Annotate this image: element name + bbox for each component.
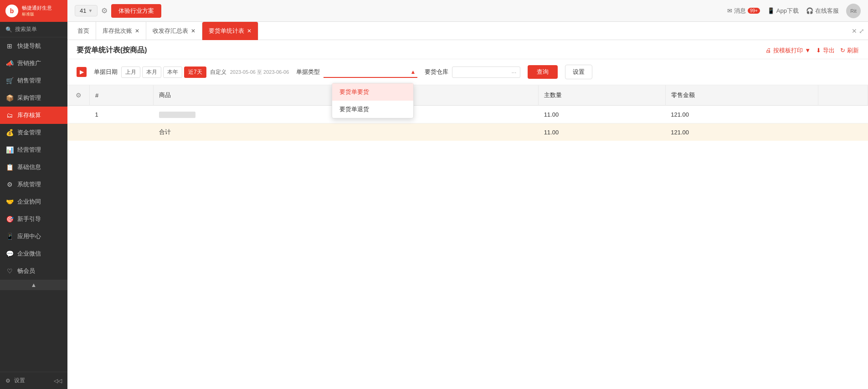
date-custom-btn[interactable]: 自定义 <box>210 68 226 76</box>
user-avatar[interactable]: Rit <box>846 4 861 18</box>
total-amount: 121.00 <box>665 123 818 141</box>
total-row: 合计 11.00 121.00 <box>67 123 868 141</box>
sidebar-item-sales[interactable]: 🛒 销售管理 <box>0 72 67 89</box>
print-btn[interactable]: 🖨 按模板打印 ▼ <box>765 46 811 55</box>
refresh-label: 刷新 <box>847 46 859 55</box>
sidebar-item-purchase[interactable]: 📦 采购管理 <box>0 89 67 107</box>
sidebar-item-wechat[interactable]: 💬 企业微信 <box>0 245 67 262</box>
tabbar: 首页 库存批次账 ✕ 收发存汇总表 ✕ 要货单统计表 ✕ ✕ ⤢ <box>67 22 868 40</box>
tab-batch-ledger-label: 库存批次账 <box>103 27 132 35</box>
warehouse-more-icon[interactable]: ··· <box>512 69 517 76</box>
tab-collection-summary[interactable]: 收发存汇总表 ✕ <box>146 22 202 40</box>
tab-home[interactable]: 首页 <box>71 22 96 40</box>
row-product <box>154 106 360 123</box>
dropdown-item-requisition-order[interactable]: 要货单要货 <box>332 83 413 101</box>
sidebar-item-finance[interactable]: 💰 资金管理 <box>0 124 67 141</box>
message-label: 消息 <box>734 7 746 15</box>
trial-button[interactable]: 体验行业方案 <box>111 4 161 18</box>
tab-batch-ledger[interactable]: 库存批次账 ✕ <box>96 22 146 40</box>
dropdown-item-requisition-return[interactable]: 要货单退货 <box>332 101 413 118</box>
row-index: 1 <box>90 106 154 123</box>
filter-bar: ▶ 单据日期 上月 本月 本年 近7天 自定义 2023-05-06 至 202… <box>67 59 868 85</box>
online-service-link[interactable]: 🎧 在线客服 <box>806 7 839 15</box>
sidebar-item-label: 畅会员 <box>17 267 35 275</box>
doc-type-dropdown: 要货单要货 要货单退货 <box>332 83 414 118</box>
sidebar-settings-label[interactable]: 设置 <box>14 377 25 384</box>
date-btn-this-year[interactable]: 本年 <box>163 67 182 78</box>
page-content: 要货单统计表(按商品) 🖨 按模板打印 ▼ ⬇ 导出 ↻ 刷新 ▶ <box>67 40 868 389</box>
date-btn-prev-month[interactable]: 上月 <box>121 67 140 78</box>
guide-icon: 🎯 <box>5 215 14 223</box>
sidebar-footer: ⚙ 设置 ◁◁ <box>0 372 67 389</box>
sidebar-item-label: 系统管理 <box>17 180 41 189</box>
print-dropdown-icon: ▼ <box>805 47 811 54</box>
tab-collection-summary-close[interactable]: ✕ <box>191 28 195 34</box>
wechat-icon: 💬 <box>5 250 14 258</box>
tab-requisition-stats[interactable]: 要货单统计表 ✕ <box>202 22 258 40</box>
sidebar-item-quick-nav[interactable]: ⊞ 快捷导航 <box>0 37 67 55</box>
doc-type-input[interactable] <box>324 67 417 78</box>
warehouse-filter-group: 要货仓库 ··· <box>425 67 520 78</box>
sidebar-item-label: 基础信息 <box>17 163 41 171</box>
sidebar-item-operations[interactable]: 📊 经营管理 <box>0 141 67 159</box>
sidebar-item-app-center[interactable]: 📱 应用中心 <box>0 228 67 245</box>
notification-bell[interactable]: ✉ 消息 99+ <box>727 7 760 15</box>
page-title: 要货单统计表(按商品) <box>77 46 147 55</box>
date-range-display: 2023-05-06 至 2023-06-06 <box>230 69 289 76</box>
sidebar-item-cooperation[interactable]: 🤝 企业协同 <box>0 193 67 210</box>
export-btn[interactable]: ⬇ 导出 <box>816 46 835 55</box>
total-empty-2 <box>90 123 154 141</box>
export-label: 导出 <box>823 46 835 55</box>
sidebar-item-inventory[interactable]: 🗂 库存核算 <box>0 107 67 124</box>
date-btn-this-month[interactable]: 本月 <box>142 67 161 78</box>
warehouse-label: 要货仓库 <box>425 68 448 76</box>
data-table-container: ⚙ # 商品 主计量单位 主数量 零售金额 1 <box>67 85 868 389</box>
refresh-btn[interactable]: ↻ 刷新 <box>840 46 859 55</box>
sidebar-collapse-btn[interactable]: ◁◁ <box>54 378 62 384</box>
tab-expand-icon[interactable]: ⤢ <box>859 27 864 35</box>
message-icon: ✉ <box>727 7 732 14</box>
store-selector[interactable]: 41 ▼ <box>75 5 98 16</box>
refresh-icon: ↻ <box>840 47 845 54</box>
tab-home-label: 首页 <box>77 27 89 35</box>
tab-close-all-icon[interactable]: ✕ <box>852 27 857 35</box>
search-icon: 🔍 <box>5 26 12 33</box>
sidebar-item-marketing[interactable]: 📣 营销推广 <box>0 55 67 72</box>
store-name: 41 <box>80 7 86 14</box>
app-download-link[interactable]: 📱 App下载 <box>767 7 799 15</box>
sidebar-item-vip[interactable]: ♡ 畅会员 <box>0 262 67 280</box>
row-extra <box>818 106 868 123</box>
app-center-icon: 📱 <box>5 232 14 241</box>
topbar-settings-icon[interactable]: ⚙ <box>101 6 108 15</box>
operations-icon: 📊 <box>5 146 14 154</box>
row-quantity: 11.00 <box>539 106 666 123</box>
col-index: # <box>90 85 154 106</box>
vip-icon: ♡ <box>5 267 14 275</box>
sidebar-item-label: 库存核算 <box>17 111 41 119</box>
tab-requisition-stats-close[interactable]: ✕ <box>247 28 252 34</box>
tab-batch-ledger-close[interactable]: ✕ <box>135 28 139 34</box>
sidebar-item-label: 经营管理 <box>17 146 41 154</box>
sidebar-item-label: 应用中心 <box>17 232 41 241</box>
search-button[interactable]: 查询 <box>528 65 558 79</box>
date-filter-group: 单据日期 上月 本月 本年 近7天 自定义 2023-05-06 至 2023-… <box>94 67 289 78</box>
doc-type-chevron-icon[interactable]: ▲ <box>410 69 416 75</box>
filter-expand-btn[interactable]: ▶ <box>77 67 87 77</box>
table-settings-icon[interactable]: ⚙ <box>73 90 84 101</box>
settings-icon[interactable]: ⚙ <box>5 378 10 384</box>
col-settings[interactable]: ⚙ <box>67 85 90 106</box>
topbar-right: ✉ 消息 99+ 📱 App下载 🎧 在线客服 Rit <box>727 4 861 18</box>
system-icon: ⚙ <box>5 180 14 189</box>
sidebar-scroll-down[interactable]: ▲ <box>0 280 67 290</box>
date-btn-more[interactable]: 近7天 <box>184 67 206 78</box>
sidebar-item-guide[interactable]: 🎯 新手引导 <box>0 210 67 228</box>
search-menu[interactable]: 🔍 搜索菜单 <box>0 22 67 37</box>
sidebar-item-basic-info[interactable]: 📋 基础信息 <box>0 159 67 176</box>
table-row: 1 块 11.00 121.00 <box>67 106 868 123</box>
settings-button[interactable]: 设置 <box>565 65 592 79</box>
sidebar-item-label: 采购管理 <box>17 94 41 102</box>
warehouse-select[interactable]: ··· <box>452 67 520 78</box>
sidebar-item-system[interactable]: ⚙ 系统管理 <box>0 176 67 193</box>
app-logo: b 畅捷通好生意 标准版 <box>0 0 67 22</box>
quick-nav-icon: ⊞ <box>5 42 14 50</box>
